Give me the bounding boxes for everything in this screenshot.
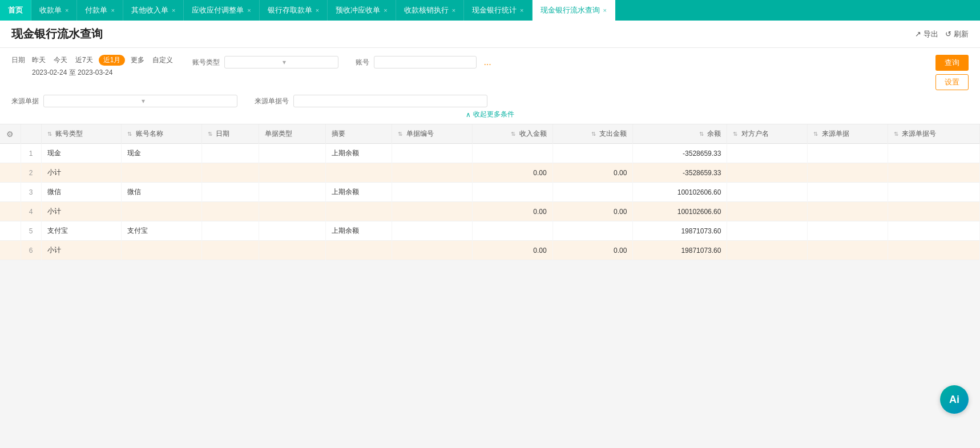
account-more-button[interactable]: ...: [483, 57, 491, 67]
cell-counterparty: [727, 202, 808, 221]
cell-counterparty: [727, 221, 808, 241]
refresh-button[interactable]: ↺ 刷新: [945, 29, 969, 39]
sort-account-type-icon: ⇅: [47, 131, 52, 137]
date-today[interactable]: 今天: [51, 55, 70, 66]
col-source-doc-no[interactable]: ⇅ 来源单据号: [888, 124, 979, 144]
nav-tab-stats-label: 现金银行统计: [472, 5, 517, 15]
col-date[interactable]: ⇅ 日期: [201, 124, 259, 144]
nav-tab-adjustment[interactable]: 应收应付调整单 ×: [184, 0, 259, 21]
cell-expense: 0.00: [552, 241, 633, 260]
col-expense[interactable]: ⇅ 支出金额: [552, 124, 633, 144]
cell-num: 4: [21, 202, 41, 221]
source-doc-select[interactable]: ▾: [43, 95, 237, 107]
nav-tab-cashflow-close[interactable]: ×: [603, 7, 607, 14]
account-type-select[interactable]: ▾: [224, 56, 338, 68]
cell-doc-type: [259, 183, 326, 202]
nav-tab-stats-close[interactable]: ×: [520, 7, 523, 14]
col-doc-no[interactable]: ⇅ 单据编号: [392, 124, 473, 144]
cell-doc-type: [259, 144, 326, 163]
nav-tab-bank-deposit-close[interactable]: ×: [316, 7, 319, 14]
nav-tab-prepayment-close[interactable]: ×: [384, 7, 387, 14]
col-balance[interactable]: ⇅ 余额: [633, 124, 727, 144]
cell-date: [201, 241, 259, 260]
nav-tab-collection[interactable]: 收款核销执行 ×: [396, 0, 464, 21]
col-account-name[interactable]: ⇅ 账号名称: [122, 124, 202, 144]
top-navigation: 首页 收款单 × 付款单 × 其他收入单 × 应收应付调整单 × 银行存取款单 …: [0, 0, 980, 21]
nav-tab-prepayment-label: 预收冲应收单: [336, 5, 380, 15]
nav-tab-payments-close[interactable]: ×: [111, 7, 114, 14]
nav-tab-prepayment[interactable]: 预收冲应收单 ×: [328, 0, 396, 21]
cell-doc-no: [392, 241, 473, 260]
nav-tab-bank-deposit[interactable]: 银行存取款单 ×: [260, 0, 328, 21]
collapse-button[interactable]: ∧ 收起更多条件: [466, 110, 514, 119]
date-custom[interactable]: 自定义: [150, 55, 175, 66]
nav-tab-payments[interactable]: 付款单 ×: [77, 0, 123, 21]
cell-account-name: [122, 241, 202, 260]
table-row[interactable]: 6小计0.000.0019871073.60: [0, 241, 980, 260]
cell-summary: 上期余额: [325, 221, 392, 241]
sort-source-doc-icon: ⇅: [813, 131, 818, 137]
collapse-label: 收起更多条件: [473, 110, 514, 119]
export-button[interactable]: ↗ 导出: [915, 29, 938, 39]
account-input[interactable]: [374, 56, 477, 68]
cell-counterparty: [727, 144, 808, 163]
table-row[interactable]: 2小计0.000.00-3528659.33: [0, 163, 980, 183]
query-button[interactable]: 查询: [935, 55, 969, 71]
cell-source-doc-no: [888, 202, 979, 221]
cell-num: 5: [21, 221, 41, 241]
nav-tab-receipts-close[interactable]: ×: [65, 7, 68, 14]
date-7days[interactable]: 近7天: [73, 55, 95, 66]
date-1month[interactable]: 近1月: [99, 55, 126, 66]
cell-account-type: 支付宝: [41, 221, 122, 241]
cell-counterparty: [727, 241, 808, 260]
date-shortcuts: 昨天 今天 近7天 近1月 更多 自定义: [30, 55, 175, 66]
cell-counterparty: [727, 183, 808, 202]
nav-tab-collection-close[interactable]: ×: [452, 7, 455, 14]
cell-account-name: [122, 163, 202, 183]
table-row[interactable]: 1现金现金上期余额-3528659.33: [0, 144, 980, 163]
nav-tab-other-income-close[interactable]: ×: [172, 7, 175, 14]
nav-tab-adjustment-close[interactable]: ×: [247, 7, 251, 14]
cell-income: 0.00: [472, 241, 552, 260]
nav-tab-cashflow-label: 现金银行流水查询: [541, 5, 600, 15]
col-source-doc-no-label: 来源单据号: [902, 130, 936, 138]
nav-tab-stats[interactable]: 现金银行统计 ×: [464, 0, 532, 21]
col-gear[interactable]: ⚙: [0, 124, 21, 144]
col-doc-no-label: 单据编号: [406, 130, 434, 138]
cell-gear: [0, 144, 21, 163]
collapse-row: ∧ 收起更多条件: [11, 110, 969, 119]
date-yesterday[interactable]: 昨天: [30, 55, 48, 66]
cell-source-doc-no: [888, 183, 979, 202]
table-row[interactable]: 3微信微信上期余额100102606.60: [0, 183, 980, 202]
nav-tab-other-income[interactable]: 其他收入单 ×: [123, 0, 184, 21]
cell-income: [472, 221, 552, 241]
settings-button[interactable]: 设置: [935, 74, 969, 90]
nav-tab-cashflow[interactable]: 现金银行流水查询 ×: [533, 0, 615, 21]
table-row[interactable]: 5支付宝支付宝上期余额19871073.60: [0, 221, 980, 241]
source-doc-no-input[interactable]: [293, 95, 487, 107]
col-account-type-label: 账号类型: [55, 130, 83, 138]
col-income[interactable]: ⇅ 收入金额: [472, 124, 552, 144]
cell-income: 0.00: [472, 202, 552, 221]
date-more[interactable]: 更多: [128, 55, 147, 66]
cell-gear: [0, 202, 21, 221]
account-type-label: 账号类型: [192, 58, 220, 67]
cell-doc-no: [392, 144, 473, 163]
cell-balance: 100102606.60: [633, 183, 727, 202]
nav-home[interactable]: 首页: [0, 0, 31, 21]
col-date-label: 日期: [216, 130, 229, 138]
cell-source-doc-no: [888, 163, 979, 183]
col-counterparty[interactable]: ⇅ 对方户名: [727, 124, 808, 144]
cell-summary: [325, 163, 392, 183]
col-account-type[interactable]: ⇅ 账号类型: [41, 124, 122, 144]
table-row[interactable]: 4小计0.000.00100102606.60: [0, 202, 980, 221]
table-settings-icon[interactable]: ⚙: [6, 130, 14, 139]
cell-source-doc-no: [888, 144, 979, 163]
cell-doc-no: [392, 163, 473, 183]
col-source-doc[interactable]: ⇅ 来源单据: [808, 124, 888, 144]
cell-balance: -3528659.33: [633, 163, 727, 183]
cell-source-doc: [808, 221, 888, 241]
page-header: 现金银行流水查询 ↗ 导出 ↺ 刷新: [0, 21, 980, 48]
nav-tab-receipts[interactable]: 收款单 ×: [31, 0, 77, 21]
date-filter-label: 日期: [11, 55, 25, 65]
